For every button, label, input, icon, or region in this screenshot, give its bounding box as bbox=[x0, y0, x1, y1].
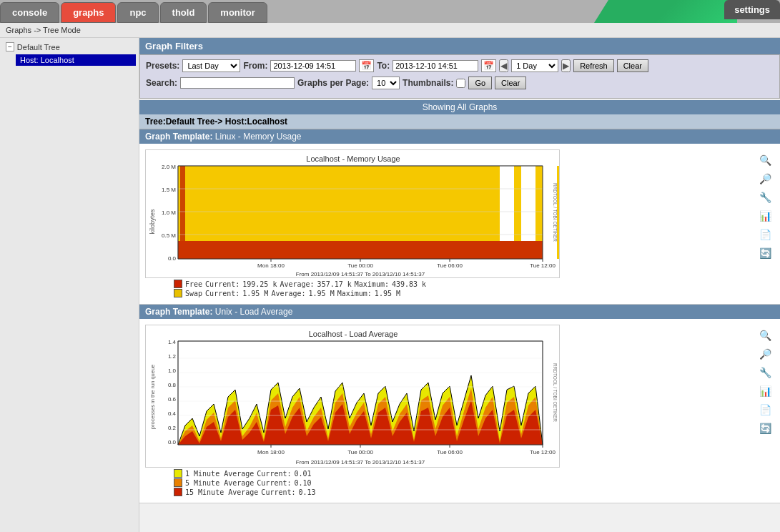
graph2-title: Localhost - Load Average bbox=[309, 330, 398, 338]
thumbnails-checkbox[interactable] bbox=[456, 79, 465, 88]
graph1-y1: 0.0 bbox=[168, 255, 177, 262]
graph2-legend-current-label-1: Current: bbox=[257, 470, 291, 478]
to-calendar-icon[interactable]: 📅 bbox=[481, 59, 496, 72]
graph2-y7: 1.4 bbox=[168, 339, 177, 345]
graph1-y2: 0.5 M bbox=[162, 232, 176, 239]
graph1-legend-avg-label-2: Average: bbox=[271, 290, 305, 297]
graph2-legend-current-label-3: Current: bbox=[261, 488, 295, 496]
graphs-per-page-select[interactable]: 10 25 50 bbox=[372, 77, 400, 89]
tree-value: Default Tree-> bbox=[166, 117, 223, 127]
from-calendar-icon[interactable]: 📅 bbox=[359, 59, 374, 72]
graph1-legend-swatch-1 bbox=[174, 280, 182, 288]
refresh-button[interactable]: Refresh bbox=[573, 59, 614, 72]
graph1-side-label: RRDTOOL / TOBI OETIKER bbox=[553, 183, 558, 242]
graph2-legend-name-1: 1 Minute Average bbox=[185, 470, 254, 478]
graph2-legend-name-2: 5 Minute Average bbox=[185, 479, 254, 487]
tab-console[interactable]: console bbox=[0, 2, 59, 23]
tab-npc[interactable]: npc bbox=[117, 2, 158, 23]
graph1-legend-avg-2: 1.95 M bbox=[309, 290, 335, 297]
graph1-legend-current-2: 1.95 M bbox=[242, 290, 268, 297]
graph2-refresh-icon[interactable]: 🔄 bbox=[757, 420, 773, 436]
tab-graphs[interactable]: graphs bbox=[61, 2, 116, 23]
top-accent bbox=[594, 0, 737, 23]
presets-label: Presets: bbox=[146, 61, 179, 71]
graph1-legend-row-2: Swap Current: 1.95 M Average: 1.95 M Max… bbox=[174, 289, 753, 297]
to-input[interactable] bbox=[393, 60, 478, 72]
graph2-zoom-out-icon[interactable]: 🔎 bbox=[757, 346, 773, 362]
graph1-legend-max-2: 1.95 M bbox=[375, 290, 400, 297]
graph2-zoom-in-icon[interactable]: 🔍 bbox=[757, 327, 773, 343]
graph2-legend-swatch-1 bbox=[174, 469, 182, 478]
graph2-legend-swatch-2 bbox=[174, 478, 182, 487]
presets-select[interactable]: Last Day Last Week Last Month bbox=[182, 59, 240, 72]
breadcrumb-bar: Graphs -> Tree Mode bbox=[0, 23, 780, 38]
graph2-legend-current-2: 0.10 bbox=[295, 479, 312, 487]
tree-collapse-icon[interactable]: − bbox=[6, 42, 14, 51]
graph2-document-icon[interactable]: 📄 bbox=[757, 402, 773, 418]
graph2-template-label: Graph Template: bbox=[145, 307, 212, 317]
graph-filters-header: Graph Filters bbox=[139, 38, 780, 54]
graph1-chart-wrapper: Localhost - Memory Usage kilobytes bbox=[145, 149, 753, 298]
filter-row-1: Presets: Last Day Last Week Last Month F… bbox=[146, 59, 774, 72]
search-input[interactable] bbox=[180, 77, 295, 89]
graph1-legend-current-1: 199.25 k bbox=[242, 280, 277, 288]
graph1-legend: Free Current: 199.25 k Average: 357.17 k… bbox=[145, 278, 753, 297]
graph1-legend-avg-1: 357.17 k bbox=[317, 280, 352, 288]
graph1-refresh-icon[interactable]: 🔄 bbox=[757, 245, 773, 261]
range-back-arrow[interactable]: ◀ bbox=[499, 59, 508, 72]
from-input[interactable] bbox=[270, 60, 356, 72]
sidebar-tree-header[interactable]: − Default Tree bbox=[3, 41, 136, 53]
thumbnails-label: Thumbnails: bbox=[403, 78, 453, 88]
graph1-y4: 1.5 M bbox=[162, 187, 176, 193]
graph1-template-value: Linux - Memory Usage bbox=[215, 132, 302, 142]
tree-label: Tree: bbox=[145, 117, 166, 127]
sidebar-host-item[interactable]: Host: Localhost bbox=[16, 54, 136, 66]
graph2-template-value: Unix - Load Average bbox=[215, 307, 293, 317]
graph1-wrench-icon[interactable]: 🔧 bbox=[757, 189, 773, 205]
go-button[interactable]: Go bbox=[468, 77, 492, 89]
sidebar: − Default Tree Host: Localhost bbox=[0, 38, 139, 532]
graph1-legend-current-label-2: Current: bbox=[205, 290, 240, 297]
graph1-x2: Tue 00:00 bbox=[347, 262, 373, 269]
graph1-x3: Tue 06:00 bbox=[437, 262, 463, 269]
graphs-per-page-label: Graphs per Page: bbox=[297, 78, 369, 88]
graph1-title: Localhost - Memory Usage bbox=[306, 154, 400, 163]
graph2-legend-current-1: 0.01 bbox=[295, 470, 312, 478]
graph-filters-body: Presets: Last Day Last Week Last Month F… bbox=[139, 54, 780, 99]
graph2-x2: Tue 00:00 bbox=[347, 449, 373, 455]
graph1-legend-avg-label-1: Average: bbox=[280, 280, 314, 288]
graph1-free-spike bbox=[180, 166, 185, 241]
tab-settings[interactable]: settings bbox=[724, 0, 780, 19]
graph1-legend-row-1: Free Current: 199.25 k Average: 357.17 k… bbox=[174, 280, 753, 288]
graph1-zoom-in-icon[interactable]: 🔍 bbox=[757, 152, 773, 168]
tab-thold[interactable]: thold bbox=[160, 2, 207, 23]
graph1-legend-name-1: Free bbox=[185, 280, 202, 288]
graph1-fromto: From 2013/12/09 14:51:37 To 2013/12/10 1… bbox=[296, 271, 425, 277]
main-layout: − Default Tree Host: Localhost Graph Fil… bbox=[0, 38, 780, 532]
graph1-document-icon[interactable]: 📄 bbox=[757, 227, 773, 242]
graph2-legend-current-3: 0.13 bbox=[299, 488, 316, 496]
graph1-icons: 🔍 🔎 🔧 📊 📄 🔄 bbox=[756, 149, 774, 264]
graph1-bar-chart-icon[interactable]: 📊 bbox=[757, 208, 773, 224]
graph1-zoom-out-icon[interactable]: 🔎 bbox=[757, 171, 773, 187]
graph2-container: Localhost - Load Average processes in th… bbox=[139, 319, 780, 503]
graph2-svg: Localhost - Load Average processes in th… bbox=[145, 325, 560, 468]
graph2-legend-current-label-2: Current: bbox=[257, 479, 291, 487]
graph1-template-header: Graph Template: Linux - Memory Usage bbox=[139, 129, 780, 144]
graph2-y1b: 0.2 bbox=[168, 425, 177, 431]
graph2-bar-chart-icon[interactable]: 📊 bbox=[757, 383, 773, 399]
graph2-y3: 0.6 bbox=[168, 396, 177, 403]
graph2-y4: 0.8 bbox=[168, 382, 177, 388]
range-fwd-arrow[interactable]: ▶ bbox=[561, 59, 571, 72]
tree-host-header: Tree:Default Tree-> Host:Localhost bbox=[139, 114, 780, 129]
graph1-legend-max-label-1: Maximum: bbox=[355, 280, 389, 288]
host-value: Localhost bbox=[247, 117, 287, 127]
graph2-fromto: From 2013/12/09 14:51:37 To 2013/12/10 1… bbox=[296, 459, 425, 466]
range-select[interactable]: 1 Day 1 Week 1 Month bbox=[511, 59, 558, 72]
graph2-legend: 1 Minute Average Current: 0.01 5 Minute … bbox=[145, 468, 753, 496]
clear-button[interactable]: Clear bbox=[617, 59, 648, 72]
graph2-wrench-icon[interactable]: 🔧 bbox=[757, 365, 773, 380]
tab-monitor[interactable]: monitor bbox=[208, 2, 267, 23]
clear2-button[interactable]: Clear bbox=[495, 77, 526, 89]
graph2-x3: Tue 06:00 bbox=[437, 449, 463, 455]
